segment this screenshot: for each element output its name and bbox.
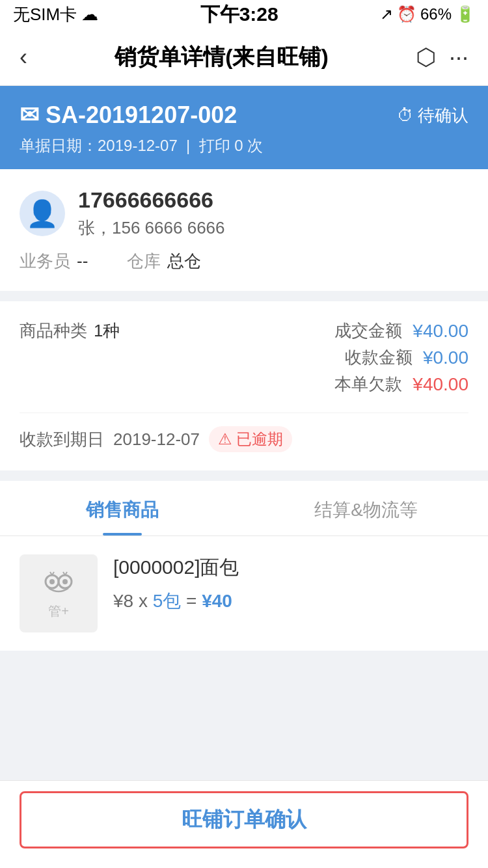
avatar: 👤 [20, 191, 65, 236]
customer-phone: 17666666666 [78, 187, 225, 213]
due-date-label: 收款到期日 [20, 428, 104, 451]
status-time: 下午3:28 [200, 1, 278, 28]
divider [20, 413, 468, 413]
amount-row-total: 成交金额 ¥40.00 [334, 319, 468, 342]
product-qty: 5包 [153, 591, 182, 611]
product-types: 商品种类 1种 [20, 319, 120, 342]
product-logo: 管+ [36, 567, 81, 620]
back-button[interactable]: ‹ [20, 44, 27, 71]
product-info: [0000002]面包 ¥8 x 5包 = ¥40 [113, 554, 468, 614]
product-thumbnail: 管+ [20, 554, 98, 632]
product-price: ¥8 x 5包 = ¥40 [113, 589, 468, 614]
order-header: ✉ SA-20191207-002 ⏱ 待确认 单据日期：2019-12-07 … [0, 86, 488, 169]
salesperson-value: -- [77, 251, 88, 271]
amounts-col: 成交金额 ¥40.00 收款金额 ¥0.00 本单欠款 ¥40.00 [334, 319, 468, 400]
amount-row-received: 收款金额 ¥0.00 [334, 346, 468, 369]
product-card: 管+ [0000002]面包 ¥8 x 5包 = ¥40 [0, 536, 488, 651]
alarm-icon: ⏰ [397, 5, 416, 23]
status-right: ↗ ⏰ 66% 🔋 [380, 5, 475, 23]
bottom-area [0, 661, 488, 791]
warehouse-meta: 仓库 总仓 [127, 250, 201, 273]
price-separator: = [181, 591, 202, 611]
status-bar: 无SIM卡 ☁ 下午3:28 ↗ ⏰ 66% 🔋 [0, 0, 488, 29]
due-date-row: 收款到期日 2019-12-07 ⚠ 已逾期 [20, 426, 468, 452]
page-title: 销货单详情(来自旺铺) [115, 42, 329, 72]
order-status-text: 待确认 [418, 104, 468, 127]
battery-icon: 🔋 [455, 5, 475, 23]
confirm-order-button[interactable]: 旺铺订单确认 [20, 791, 468, 848]
overdue-text: 已逾期 [236, 429, 283, 450]
order-id-text: SA-20191207-002 [46, 102, 237, 129]
price-text: ¥8 x [113, 591, 153, 611]
confirm-btn-container: 旺铺订单确认 [0, 780, 488, 868]
customer-name: 张，156 6666 6666 [78, 217, 225, 239]
no-sim-text: 无SIM卡 ☁ [13, 3, 98, 26]
received-label: 收款金额 [345, 346, 413, 369]
amount-value: ¥40.00 [413, 321, 468, 342]
svg-point-2 [49, 579, 55, 584]
warehouse-value: 总仓 [167, 250, 201, 273]
received-value: ¥0.00 [423, 347, 468, 368]
due-date-value: 2019-12-07 [113, 429, 200, 450]
amount-row-owed: 本单欠款 ¥40.00 [334, 373, 468, 396]
salesperson-label: 业务员 [20, 250, 70, 273]
tab-settlement[interactable]: 结算&物流等 [244, 481, 488, 536]
tab-products[interactable]: 销售商品 [0, 481, 244, 536]
overdue-icon: ⚠ [218, 430, 232, 448]
status-clock-icon: ⏱ [397, 105, 414, 126]
status-left: 无SIM卡 ☁ [13, 3, 98, 26]
avatar-icon: 👤 [26, 198, 59, 229]
svg-point-3 [62, 579, 68, 584]
warehouse-label: 仓库 [127, 250, 161, 273]
product-name: [0000002]面包 [113, 554, 468, 581]
nav-bar: ‹ 销货单详情(来自旺铺) ⬡ ··· [0, 29, 488, 86]
battery-text: 66% [420, 5, 452, 23]
product-types-label: 商品种类 [20, 319, 87, 342]
order-date: 单据日期：2019-12-07 | 打印 0 次 [20, 135, 468, 156]
financials-card: 商品种类 1种 成交金额 ¥40.00 收款金额 ¥0.00 本单欠款 ¥40.… [0, 301, 488, 470]
owed-label: 本单欠款 [334, 373, 402, 396]
overdue-badge: ⚠ 已逾期 [209, 426, 292, 452]
location-icon: ↗ [380, 5, 393, 23]
salesperson-meta: 业务员 -- [20, 250, 88, 273]
order-icon: ✉ [20, 102, 39, 129]
share-button[interactable]: ⬡ [416, 44, 436, 71]
owed-value: ¥40.00 [413, 374, 468, 395]
product-types-value: 1种 [94, 319, 120, 342]
amount-label: 成交金额 [334, 319, 402, 342]
customer-card: 👤 17666666666 张，156 6666 6666 业务员 -- 仓库 … [0, 169, 488, 291]
product-total: ¥40 [202, 591, 232, 611]
tabs-container: 销售商品 结算&物流等 [0, 481, 488, 536]
more-button[interactable]: ··· [449, 44, 468, 71]
